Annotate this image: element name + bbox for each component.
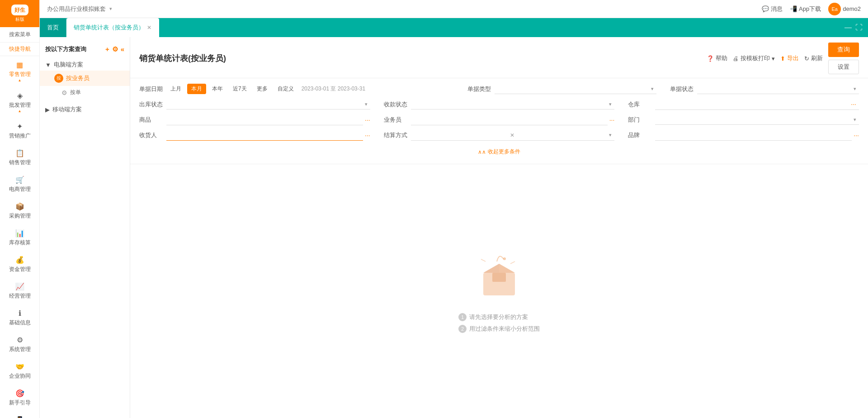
consignee-input[interactable] (166, 130, 363, 141)
svg-point-4 (503, 257, 506, 260)
empty-tips: 1 请先选择要分析的方案 2 用过滤条件来缩小分析范围 (458, 311, 540, 335)
settings-button[interactable]: 设置 (828, 60, 859, 74)
retail-icon: ▦ (16, 61, 23, 69)
date-this-month[interactable]: 本月 (187, 84, 206, 94)
date-last-7days[interactable]: 近7天 (229, 84, 251, 94)
panel-collapse-btn[interactable]: « (121, 45, 124, 53)
doc-type-select[interactable]: ▾ (495, 84, 656, 94)
salesperson-input[interactable] (411, 114, 608, 125)
mobile-scheme-title[interactable]: ▶ 移动端方案 (40, 103, 130, 115)
logo-icon: 好生 (11, 5, 28, 15)
settlement-clear-btn[interactable]: ✕ (510, 132, 514, 138)
tab-home[interactable]: 首页 (40, 18, 66, 37)
date-custom[interactable]: 自定义 (274, 84, 298, 94)
sidebar-item-marketing[interactable]: ✦ 营销推广 (0, 118, 39, 144)
message-btn[interactable]: 💬 消息 (762, 5, 783, 13)
dept-select[interactable]: ▾ (655, 115, 859, 125)
right-panel: 销货单统计表(按业务员) ❓ 帮助 🖨 按模板打印 ▾ ⬆ 导出 (130, 37, 868, 418)
scheme-item-by-salesperson[interactable]: 按 按业务员 (40, 71, 130, 86)
tab-sales-stats[interactable]: 销货单统计表（按业务员） ✕ (66, 18, 159, 37)
marketing-icon: ✦ (17, 122, 23, 131)
sidebar-item-system[interactable]: ⚙ 系统管理 (0, 331, 39, 358)
print-dropdown-icon[interactable]: ▾ (772, 55, 775, 62)
collapse-btn[interactable]: ∧∧ 收起更多条件 (478, 148, 520, 156)
filter-out-status: 出库状态 ▾ (139, 100, 370, 109)
sidebar-item-basic[interactable]: ℹ 基础信息 (0, 304, 39, 331)
scheme-salesperson-icon: 按 (54, 74, 63, 83)
tab-minimize-btn[interactable]: — (844, 24, 852, 32)
sidebar-item-wholesale[interactable]: ◈ 批发管理 (0, 87, 39, 118)
user-avatar-area[interactable]: Ea demo2 (828, 3, 861, 15)
svg-marker-2 (499, 264, 515, 273)
tip2-text: 用过滤条件来缩小分析范围 (469, 323, 540, 335)
warehouse-label: 仓库 (628, 100, 655, 109)
sidebar-item-sales[interactable]: 📋 销售管理 (0, 144, 39, 171)
sidebar-item-inventory[interactable]: 📊 库存核算 (0, 224, 39, 251)
app-download-btn[interactable]: 📲 App下载 (790, 5, 821, 13)
filter-salesperson: 业务员 ··· (370, 114, 615, 125)
tabbar-actions: — ⛶ (844, 24, 868, 32)
empty-state: 1 请先选择要分析的方案 2 用过滤条件来缩小分析范围 (130, 164, 868, 418)
salesperson-dots[interactable]: ··· (609, 116, 615, 124)
product-dots[interactable]: ··· (365, 116, 370, 124)
sidebar-item-enterprise[interactable]: 🤝 企业协同 (0, 358, 39, 385)
salesperson-label: 业务员 (384, 116, 411, 124)
quick-nav[interactable]: 快捷导航 (0, 43, 39, 56)
template-print-btn[interactable]: 🖨 按模板打印 ▾ (733, 54, 775, 62)
scheme-sub-by-order[interactable]: ⚙ 按单 (40, 86, 130, 99)
finance-icon: 💰 (15, 256, 24, 264)
topbar-right: 💬 消息 📲 App下载 Ea demo2 (762, 3, 861, 15)
empty-tip-1: 1 请先选择要分析的方案 (458, 311, 540, 323)
sidebar-item-purchase[interactable]: 📦 采购管理 (0, 198, 39, 224)
query-button[interactable]: 查询 (828, 43, 859, 57)
tab-maximize-btn[interactable]: ⛶ (855, 24, 863, 32)
sidebar-item-retail[interactable]: ▦ 零售管理 (0, 56, 39, 87)
settlement-arrow: ▾ (609, 132, 612, 138)
sidebar: 好生 标版 搜索菜单 快捷导航 ▦ 零售管理 ◈ 批发管理 ✦ 营销推广 📋 销… (0, 0, 40, 418)
newbie-icon: 🎯 (15, 389, 24, 398)
date-last-month[interactable]: 上月 (166, 84, 185, 94)
search-menu[interactable]: 搜索菜单 (0, 27, 39, 43)
filter-area: 单据日期 上月 本月 本年 近7天 更多 自定义 2023-03-01 至 20… (130, 78, 868, 164)
sidebar-item-apps[interactable]: 📱 应用中心 (0, 411, 39, 418)
warehouse-dots[interactable]: ··· (851, 100, 856, 108)
out-status-select[interactable]: ▾ (166, 100, 370, 109)
add-scheme-btn[interactable]: + (105, 45, 109, 53)
sidebar-item-newbie[interactable]: 🎯 新手引导 (0, 385, 39, 411)
print-icon: 🖨 (733, 55, 739, 62)
consignee-dots[interactable]: ··· (365, 132, 370, 139)
date-this-year[interactable]: 本年 (208, 84, 227, 94)
sidebar-item-operation[interactable]: 📈 经营管理 (0, 278, 39, 304)
help-btn[interactable]: ❓ 帮助 (707, 54, 727, 62)
warehouse-select[interactable]: ··· (655, 99, 859, 110)
tip1-number: 1 (458, 313, 467, 321)
refresh-btn[interactable]: ↻ 刷新 (804, 54, 823, 62)
sales-icon: 📋 (15, 149, 24, 157)
settlement-select[interactable]: ✕ ▾ (411, 130, 615, 141)
out-status-label: 出库状态 (139, 100, 166, 109)
tab-close-icon[interactable]: ✕ (147, 24, 151, 31)
scheme-settings-btn[interactable]: ⚙ (112, 45, 118, 53)
date-range-text: 2023-03-01 至 2023-03-31 (302, 85, 365, 93)
export-icon: ⬆ (780, 55, 785, 62)
refresh-icon: ↻ (804, 55, 809, 62)
brand-input[interactable] (655, 130, 852, 141)
doc-status-select[interactable]: ▾ (697, 84, 859, 94)
collection-status-select[interactable]: ▾ (411, 100, 615, 109)
filter-brand: 品牌 ··· (614, 130, 859, 141)
desktop-scheme-title[interactable]: ▼ 电脑端方案 (40, 58, 130, 71)
topbar-left: 办公用品行业模拟账套 ▾ (47, 5, 112, 13)
brand-dots[interactable]: ··· (854, 132, 859, 139)
username: demo2 (843, 5, 861, 12)
sidebar-item-ecommerce[interactable]: 🛒 电商管理 (0, 171, 39, 198)
export-btn[interactable]: ⬆ 导出 (780, 54, 799, 62)
product-input[interactable] (166, 114, 363, 125)
breadcrumb-dropdown[interactable]: ▾ (109, 6, 112, 12)
doc-type-label: 单据类型 (467, 85, 495, 93)
desktop-scheme-group: ▼ 电脑端方案 按 按业务员 ⚙ 按单 (40, 56, 130, 101)
filter-settlement: 结算方式 ✕ ▾ (370, 130, 615, 141)
date-more[interactable]: 更多 (253, 84, 272, 94)
sidebar-item-finance[interactable]: 💰 资金管理 (0, 251, 39, 278)
tip1-text: 请先选择要分析的方案 (469, 311, 528, 323)
tip2-number: 2 (458, 325, 467, 333)
